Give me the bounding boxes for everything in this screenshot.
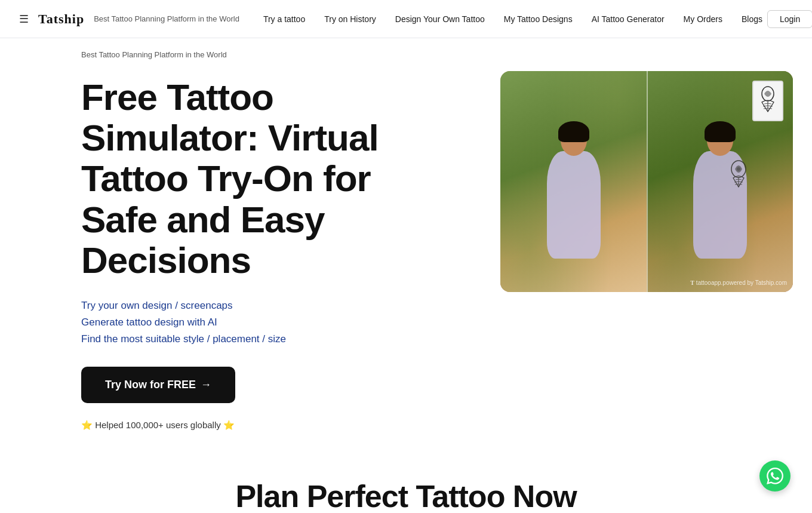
tattoo-preview-icon (757, 85, 779, 116)
hamburger-icon[interactable]: ☰ (19, 13, 29, 26)
site-tagline: Best Tattoo Planning Platform in the Wor… (94, 14, 239, 23)
hero-social-proof: ⭐ Helped 100,000+ users globally ⭐ (81, 420, 427, 431)
breadcrumb: Best Tattoo Planning Platform in the Wor… (0, 38, 812, 59)
hero-cta-arrow: → (201, 379, 211, 391)
site-logo: Tatship (38, 11, 84, 27)
login-button[interactable]: Login (767, 10, 812, 28)
hero-feature-3: Find the most suitable style / placement… (81, 333, 427, 345)
tattoo-thumbnail (752, 81, 783, 121)
hero-comparison-image: T tattooapp.powered by Tatship.com (500, 71, 793, 292)
hero-cta-label: Try Now for FREE (105, 379, 196, 391)
hero-cta-button[interactable]: Try Now for FREE → (81, 367, 235, 403)
hero-content: Free Tattoo Simulator: Virtual Tattoo Tr… (81, 71, 427, 431)
hero-feature-2: Generate tattoo design with AI (81, 317, 427, 328)
hero-title: Free Tattoo Simulator: Virtual Tattoo Tr… (81, 77, 427, 281)
image-watermark: T tattooapp.powered by Tatship.com (690, 279, 787, 286)
nav-my-designs[interactable]: My Tattoo Designs (504, 14, 573, 24)
watermark-t-icon: T (690, 279, 694, 286)
nav-try-history[interactable]: Try on History (324, 14, 376, 24)
image-divider (647, 71, 648, 292)
nav-links: Try a tattoo Try on History Design Your … (263, 14, 762, 24)
watermark-text: tattooapp.powered by Tatship.com (696, 279, 787, 286)
nav-try-tattoo[interactable]: Try a tattoo (263, 14, 305, 24)
hero-image-after: T tattooapp.powered by Tatship.com (647, 71, 793, 292)
nav-my-orders[interactable]: My Orders (684, 14, 722, 24)
hero-feature-1: Try your own design / screencaps (81, 300, 427, 312)
nav-ai-generator[interactable]: AI Tattoo Generator (592, 14, 665, 24)
svg-point-2 (737, 167, 740, 171)
below-hero-text: Plan Perfect Tattoo Now (0, 454, 812, 513)
hero-section: Free Tattoo Simulator: Virtual Tattoo Tr… (0, 59, 812, 454)
whatsapp-button[interactable] (759, 460, 791, 492)
whatsapp-icon (767, 468, 783, 484)
navbar: ☰ Tatship Best Tattoo Planning Platform … (0, 0, 812, 38)
hero-image-before (500, 71, 647, 292)
nav-design-own[interactable]: Design Your Own Tattoo (395, 14, 485, 24)
nav-blogs[interactable]: Blogs (742, 14, 762, 24)
tattoo-on-body (727, 157, 750, 199)
hero-features: Try your own design / screencaps Generat… (81, 300, 427, 345)
hero-image-area: T tattooapp.powered by Tatship.com (463, 71, 793, 292)
